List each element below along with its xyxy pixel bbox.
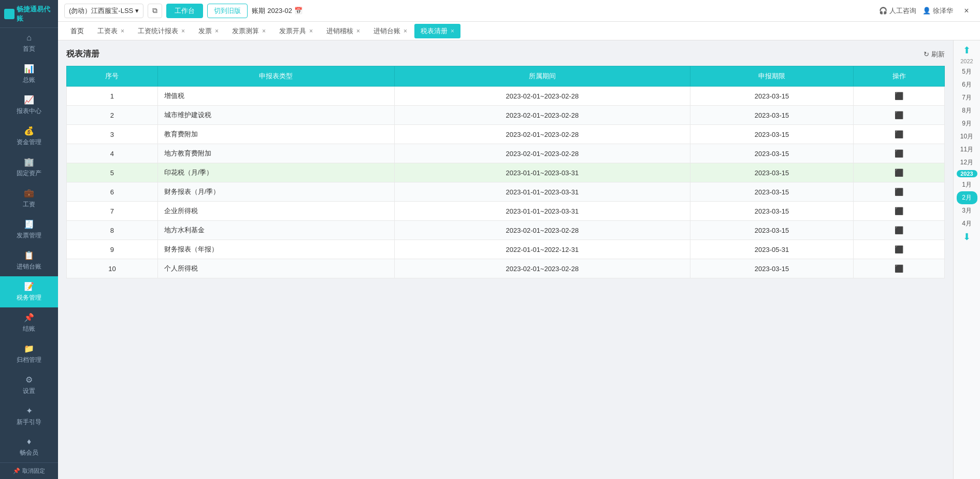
action-cell: ⬛ <box>854 87 945 106</box>
sidebar-label-ledger: 总账 <box>23 76 35 84</box>
table-cell: 2023-05-31 <box>690 240 853 259</box>
sidebar-item-member[interactable]: ♦ 畅会员 <box>0 432 58 462</box>
table-cell: 城市维护建设税 <box>157 106 394 125</box>
cancel-pin-btn[interactable]: 📌 取消固定 <box>0 462 58 479</box>
logo-text: 畅捷通易代账 <box>17 5 54 23</box>
sidebar-item-fixed-asset[interactable]: 🏢 固定资产 <box>0 152 58 183</box>
sidebar-label-settings: 设置 <box>23 387 35 396</box>
action-icon-btn[interactable]: ⬛ <box>895 149 903 158</box>
timeline-month-2023-4月[interactable]: 4月 <box>957 217 977 230</box>
fixed-asset-icon: 🏢 <box>24 157 34 167</box>
action-icon-btn[interactable]: ⬛ <box>895 130 903 138</box>
tab-close-purchase-check[interactable]: × <box>356 27 360 35</box>
pin-icon: 📌 <box>13 468 20 474</box>
salary-icon: 💼 <box>24 188 34 198</box>
sidebar-label-settlement: 结账 <box>23 325 35 333</box>
sidebar-item-tax[interactable]: 📝 税务管理 <box>0 276 58 307</box>
switch-old-button[interactable]: 切到旧版 <box>207 4 248 18</box>
action-icon-btn[interactable]: ⬛ <box>895 264 903 273</box>
timeline-month-2022-5月[interactable]: 5月 <box>957 65 977 78</box>
table-cell: 2023-02-01~2023-02-28 <box>394 221 690 240</box>
table-cell: 增值税 <box>157 87 394 106</box>
sidebar-item-settings[interactable]: ⚙ 设置 <box>0 370 58 401</box>
sidebar-item-salary[interactable]: 💼 工资 <box>0 183 58 214</box>
action-icon-btn[interactable]: ⬛ <box>895 111 903 119</box>
tab-close-salary-report[interactable]: × <box>181 27 185 35</box>
table-cell: 2023-03-15 <box>690 125 853 144</box>
tab-salary[interactable]: 工资表× <box>91 24 131 38</box>
timeline-month-2022-9月[interactable]: 9月 <box>957 117 977 130</box>
timeline-month-2022-11月[interactable]: 11月 <box>957 143 977 156</box>
action-icon-btn[interactable]: ⬛ <box>895 226 903 234</box>
table-cell: 2023-03-15 <box>690 202 853 221</box>
timeline-month-2023-3月[interactable]: 3月 <box>957 204 977 217</box>
close-button[interactable]: × <box>959 4 974 18</box>
period-label: 账期 <box>252 6 265 16</box>
company-selector[interactable]: (勿动）江西服宝-LSS ▾ <box>64 4 143 18</box>
timeline-month-2022-10月[interactable]: 10月 <box>957 130 977 143</box>
tab-salary-report[interactable]: 工资统计报表× <box>132 24 191 38</box>
action-icon-btn[interactable]: ⬛ <box>895 168 903 177</box>
service-btn[interactable]: 🎧 人工咨询 <box>879 6 916 16</box>
logo-icon <box>4 9 15 19</box>
tab-invoice-open[interactable]: 发票开具× <box>273 24 319 38</box>
sidebar-item-report[interactable]: 📈 报表中心 <box>0 90 58 121</box>
action-cell: ⬛ <box>854 163 945 182</box>
sidebar-item-settlement[interactable]: 📌 结账 <box>0 307 58 339</box>
table-row: 3教育费附加2023-02-01~2023-02-282023-03-15⬛ <box>67 125 945 144</box>
action-icon-btn[interactable]: ⬛ <box>895 207 903 215</box>
tab-close-invoice[interactable]: × <box>215 27 219 35</box>
tab-close-invoice-open[interactable]: × <box>309 27 313 35</box>
tab-close-purchase-account[interactable]: × <box>403 27 407 35</box>
sidebar-item-fund[interactable]: 💰 资金管理 <box>0 121 58 152</box>
tab-label-purchase-check: 进销稽核 <box>326 26 353 36</box>
tab-label-invoice: 发票 <box>198 26 212 36</box>
timeline-month-2023-1月[interactable]: 1月 <box>957 178 977 191</box>
user-icon: 👤 <box>923 7 931 15</box>
sidebar-item-guide[interactable]: ✦ 新手引导 <box>0 401 58 432</box>
tab-invoice-calc[interactable]: 发票测算× <box>226 24 272 38</box>
tab-home[interactable]: 首页 <box>64 24 90 38</box>
sidebar-item-invoice[interactable]: 🧾 发票管理 <box>0 214 58 245</box>
tab-purchase-account[interactable]: 进销台账× <box>367 24 413 38</box>
tab-tax-clearance[interactable]: 税表清册× <box>414 24 460 38</box>
timeline-month-2023-2月[interactable]: 2月 <box>957 191 977 204</box>
timeline-scroll-down[interactable]: ⬇ <box>962 230 972 244</box>
user-profile[interactable]: 👤 徐泽华 <box>923 6 953 16</box>
timeline-month-2022-8月[interactable]: 8月 <box>957 104 977 117</box>
sidebar-label-tax: 税务管理 <box>17 293 41 302</box>
timeline-scroll-up[interactable]: ⬆ <box>962 44 972 57</box>
table-cell: 2023-03-15 <box>690 259 853 278</box>
tab-label-salary-report: 工资统计报表 <box>138 26 178 36</box>
table-cell: 8 <box>67 221 158 240</box>
sidebar-item-purchase[interactable]: 📋 进销台账 <box>0 245 58 276</box>
tab-close-salary[interactable]: × <box>121 27 124 35</box>
timeline-month-2022-7月[interactable]: 7月 <box>957 91 977 104</box>
table-cell: 2023-03-15 <box>690 221 853 240</box>
timeline-month-2022-6月[interactable]: 6月 <box>957 78 977 91</box>
tab-invoice[interactable]: 发票× <box>192 24 225 38</box>
action-icon-btn[interactable]: ⬛ <box>895 245 903 253</box>
tab-label-purchase-account: 进销台账 <box>373 26 400 36</box>
copy-icon-btn[interactable]: ⧉ <box>148 4 162 18</box>
action-icon-btn[interactable]: ⬛ <box>895 92 903 100</box>
timeline-month-2022-12月[interactable]: 12月 <box>957 156 977 169</box>
tab-close-tax-clearance[interactable]: × <box>451 27 454 35</box>
sidebar-item-archive[interactable]: 📁 归档管理 <box>0 339 58 370</box>
tab-close-invoice-calc[interactable]: × <box>262 27 266 35</box>
refresh-button[interactable]: ↻ 刷新 <box>924 50 945 59</box>
copy-icon: ⧉ <box>152 6 157 15</box>
table-cell: 2023-01-01~2023-03-31 <box>394 163 690 182</box>
sidebar-item-home[interactable]: ⌂ 首页 <box>0 28 58 59</box>
workbench-button[interactable]: 工作台 <box>166 4 203 18</box>
tab-purchase-check[interactable]: 进销稽核× <box>320 24 366 38</box>
member-icon: ♦ <box>27 437 31 446</box>
sidebar-item-ledger[interactable]: 📊 总账 <box>0 59 58 90</box>
table-cell: 地方教育费附加 <box>157 144 394 163</box>
table-cell: 企业所得税 <box>157 202 394 221</box>
action-icon-btn[interactable]: ⬛ <box>895 188 903 196</box>
page-title: 税表清册 <box>66 49 99 60</box>
sidebar-label-salary: 工资 <box>23 200 35 209</box>
sidebar-label-member: 畅会员 <box>20 448 38 457</box>
calendar-icon[interactable]: 📅 <box>294 7 302 15</box>
